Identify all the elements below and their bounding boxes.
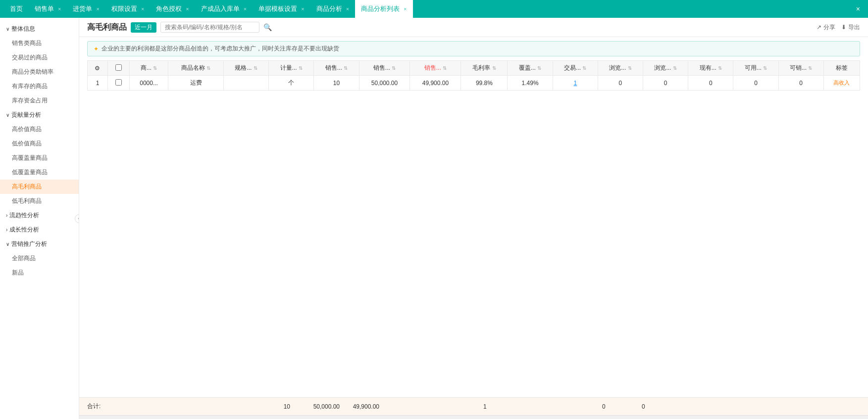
sidebar-item-high-coverage[interactable]: 高覆盖量商品 <box>0 151 79 165</box>
sort-icon: ⇅ <box>206 65 210 71</box>
sort-icon: ⇅ <box>443 65 447 71</box>
cell-sales-profit: 49,900.00 <box>410 76 461 91</box>
th-code[interactable]: 商... ⇅ <box>129 61 168 76</box>
period-button[interactable]: 近一月 <box>131 22 156 33</box>
select-all-checkbox[interactable] <box>115 64 122 71</box>
th-unit[interactable]: 计量... ⇅ <box>269 61 314 76</box>
cell-name: 运费 <box>168 76 224 91</box>
sidebar-group-overall[interactable]: ∨ 整体信息 <box>0 22 79 36</box>
main-layout: « ∨ 整体信息 销售类商品 交易过的商品 商品分类助销率 有库存的商品 库存资… <box>0 18 868 419</box>
sidebar-item-stock-capital[interactable]: 库存资金占用 <box>0 93 79 108</box>
bottom-scrollbar[interactable] <box>79 415 868 419</box>
data-table: ⚙ 商... ⇅ 商品名称 ⇅ 规格... ⇅ 计量... ⇅ 销售... ⇅ … <box>87 60 860 91</box>
cell-browse1: 0 <box>598 76 643 91</box>
sidebar-group-contribution[interactable]: ∨ 贡献量分析 <box>0 108 79 122</box>
cell-index: 1 <box>88 76 108 91</box>
sidebar-item-high-margin[interactable]: 高毛利商品 <box>0 180 79 194</box>
cell-tag: 高收入 <box>823 76 860 91</box>
sidebar-item-sales-goods[interactable]: 销售类商品 <box>0 36 79 50</box>
th-name[interactable]: 商品名称 ⇅ <box>168 61 224 76</box>
sidebar-group-marketing[interactable]: ∨ 营销推广分析 <box>0 237 79 251</box>
sidebar-item-low-margin[interactable]: 低毛利商品 <box>0 194 79 208</box>
th-tag[interactable]: 标签 <box>823 61 860 76</box>
cell-usable-stock: 0 <box>733 76 778 91</box>
nav-tab-permission[interactable]: 权限设置 × <box>105 0 150 18</box>
close-icon[interactable]: × <box>58 6 61 12</box>
cell-transaction[interactable]: 1 <box>553 76 598 91</box>
row-checkbox[interactable] <box>115 79 122 86</box>
close-all-tabs-button[interactable]: × <box>852 5 864 13</box>
sidebar-item-stocked-goods[interactable]: 有库存的商品 <box>0 79 79 93</box>
close-icon[interactable]: × <box>244 6 247 12</box>
sidebar-item-all-goods[interactable]: 全部商品 <box>0 251 79 266</box>
th-browse1[interactable]: 浏览... ⇅ <box>598 61 643 76</box>
sidebar-group-trend[interactable]: › 流趋性分析 <box>0 208 79 223</box>
cell-saleable-stock: 0 <box>778 76 823 91</box>
table-row: 1 0000... 运费 个 10 50,000.00 49,900.00 99… <box>88 76 860 91</box>
nav-tab-analysis[interactable]: 商品分析 × <box>310 0 355 18</box>
sidebar-item-low-coverage[interactable]: 低覆盖量商品 <box>0 165 79 180</box>
cell-gross-rate: 99.8% <box>461 76 508 91</box>
sort-icon: ⇅ <box>344 65 348 71</box>
export-button[interactable]: ⬇ 导出 <box>841 23 860 32</box>
total-transaction: 1 <box>465 403 505 410</box>
cell-current-stock: 0 <box>688 76 733 91</box>
th-usable-stock[interactable]: 可用... ⇅ <box>733 61 778 76</box>
top-nav: 首页 销售单 × 进货单 × 权限设置 × 角色授权 × 产成品入库单 × 单据… <box>0 0 868 18</box>
close-icon[interactable]: × <box>96 6 99 12</box>
th-spec[interactable]: 规格... ⇅ <box>223 61 268 76</box>
total-sales-qty: 10 <box>267 403 306 410</box>
th-browse2[interactable]: 浏览... ⇅ <box>643 61 688 76</box>
sort-icon: ⇅ <box>299 65 303 71</box>
total-rate-spacer <box>386 403 425 410</box>
sort-icon: ⇅ <box>153 65 157 71</box>
sidebar-item-high-value[interactable]: 高价值商品 <box>0 122 79 137</box>
total-spacer4 <box>227 403 267 410</box>
close-icon[interactable]: × <box>404 6 407 12</box>
nav-tab-analysis-list[interactable]: 商品分析列表 × <box>355 0 412 18</box>
close-icon[interactable]: × <box>186 6 189 12</box>
total-browse1 <box>505 403 544 410</box>
nav-tab-sales[interactable]: 销售单 × <box>29 0 67 18</box>
close-icon[interactable]: × <box>301 6 304 12</box>
sidebar-group-growth[interactable]: › 成长性分析 <box>0 223 79 237</box>
th-coverage[interactable]: 覆盖... ⇅ <box>508 61 553 76</box>
th-saleable-stock[interactable]: 可销... ⇅ <box>778 61 823 76</box>
footer-total: 合计: 10 50,000.00 49,900.00 1 0 0 <box>79 397 868 415</box>
total-spacer3 <box>188 403 227 410</box>
cell-checkbox[interactable] <box>107 76 129 91</box>
nav-tab-home[interactable]: 首页 <box>4 0 29 18</box>
close-icon[interactable]: × <box>141 6 144 12</box>
share-button[interactable]: ↗ 分享 <box>817 23 835 32</box>
th-transaction[interactable]: 交易... ⇅ <box>553 61 598 76</box>
sidebar-item-low-value[interactable]: 低价值商品 <box>0 137 79 151</box>
sort-icon: ⇅ <box>808 65 812 71</box>
cell-browse2: 0 <box>643 76 688 91</box>
search-input[interactable] <box>160 22 259 33</box>
close-icon[interactable]: × <box>346 6 349 12</box>
th-current-stock[interactable]: 现有... ⇅ <box>688 61 733 76</box>
content-header: 高毛利商品 近一月 🔍 ↗ 分享 ⬇ 导出 <box>79 18 868 37</box>
nav-tab-template[interactable]: 单据模板设置 × <box>253 0 310 18</box>
th-sales-profit[interactable]: 销售... ⇅ <box>410 61 461 76</box>
chevron-right-icon: › <box>6 213 7 218</box>
header-actions: ↗ 分享 ⬇ 导出 <box>817 23 860 32</box>
chevron-right-icon: › <box>6 227 7 233</box>
sidebar-item-new-goods[interactable]: 新品 <box>0 266 79 280</box>
share-icon: ↗ <box>817 24 821 31</box>
chevron-down-icon: ∨ <box>6 241 9 247</box>
nav-tab-purchase[interactable]: 进货单 × <box>67 0 105 18</box>
tip-icon: ✦ <box>94 46 99 52</box>
cell-coverage: 1.49% <box>508 76 553 91</box>
th-checkbox[interactable] <box>107 61 129 76</box>
sidebar-item-traded-goods[interactable]: 交易过的商品 <box>0 50 79 65</box>
th-sales-qty[interactable]: 销售... ⇅ <box>314 61 359 76</box>
th-settings[interactable]: ⚙ <box>88 61 108 76</box>
sidebar-item-category-rate[interactable]: 商品分类助销率 <box>0 65 79 79</box>
nav-tab-product-in[interactable]: 产成品入库单 × <box>195 0 253 18</box>
total-values: 10 50,000.00 49,900.00 1 0 0 <box>108 403 663 410</box>
nav-tab-role[interactable]: 角色授权 × <box>150 0 195 18</box>
search-button[interactable]: 🔍 <box>263 23 272 31</box>
th-gross-rate[interactable]: 毛利率 ⇅ <box>461 61 508 76</box>
th-sales-amount[interactable]: 销售... ⇅ <box>359 61 410 76</box>
